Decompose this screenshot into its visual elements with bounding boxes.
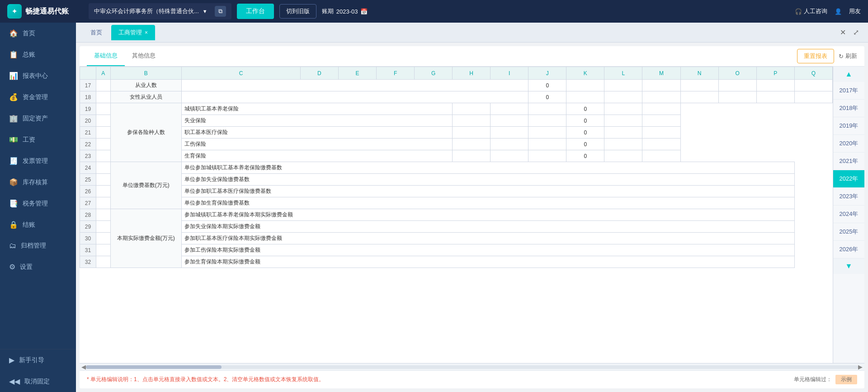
spreadsheet-main[interactable]: A B C D E F G H I J K L xyxy=(80,67,833,363)
reset-report-button[interactable]: 重置报表 xyxy=(797,49,834,63)
cell-20-o[interactable]: 0 xyxy=(566,115,604,127)
sidebar-item-invoice[interactable]: 🧾 发票管理 xyxy=(0,150,76,172)
cell-30-c[interactable]: 参加职工基本医疗保险本期实际缴费金额 xyxy=(182,233,795,244)
sidebar-item-inventory[interactable]: 📦 库存核算 xyxy=(0,172,76,193)
cell-23-o[interactable]: 0 xyxy=(566,150,604,162)
horizontal-scrollbar[interactable]: ◀ ▶ xyxy=(80,363,864,370)
cell-18-a[interactable] xyxy=(96,91,111,103)
user-consult[interactable]: 🎧 人工咨询 xyxy=(795,7,827,15)
cell-22-c[interactable]: 工伤保险 xyxy=(182,139,453,150)
col-header-n[interactable]: N xyxy=(680,67,718,80)
cell[interactable] xyxy=(718,91,756,103)
scroll-thumb[interactable] xyxy=(86,365,222,369)
cell-19-c[interactable]: 城镇职工基本养老保险 xyxy=(182,103,453,115)
cell[interactable] xyxy=(794,80,832,91)
sidebar-item-ledger[interactable]: 📋 总账 xyxy=(0,44,76,65)
cell[interactable] xyxy=(491,103,528,115)
cell-18-c[interactable] xyxy=(182,91,528,103)
col-header-p[interactable]: P xyxy=(756,67,794,80)
year-item-2024[interactable]: 2024年 xyxy=(833,206,864,223)
cell-24-c[interactable]: 单位参加城镇职工基本养老保险缴费基数 xyxy=(182,162,795,174)
refresh-button[interactable]: ↻ 刷新 xyxy=(839,52,857,60)
sidebar-item-finance[interactable]: 💰 资金管理 xyxy=(0,86,76,108)
cell-17-c[interactable] xyxy=(182,80,528,91)
cell-19-o[interactable]: 0 xyxy=(566,103,604,115)
scroll-track[interactable] xyxy=(86,365,858,369)
cell[interactable] xyxy=(756,91,794,103)
col-header-e[interactable]: E xyxy=(338,67,376,80)
col-header-h[interactable]: H xyxy=(453,67,491,80)
cell-28-a[interactable] xyxy=(96,209,111,221)
col-header-d[interactable]: D xyxy=(300,67,338,80)
year-nav-down-button[interactable]: ▼ xyxy=(833,258,864,274)
switch-version-button[interactable]: 切到旧版 xyxy=(279,4,316,19)
cell-24-a[interactable] xyxy=(96,162,111,174)
year-item-2022[interactable]: 2022年 xyxy=(833,170,864,188)
cell[interactable] xyxy=(491,139,528,150)
col-header-k[interactable]: K xyxy=(566,67,604,80)
workbench-button[interactable]: 工作台 xyxy=(237,4,274,19)
expand-window-button[interactable]: ⤢ xyxy=(851,26,861,38)
col-header-o[interactable]: O xyxy=(718,67,756,80)
col-header-f[interactable]: F xyxy=(377,67,415,80)
cell[interactable] xyxy=(794,91,832,103)
cell[interactable] xyxy=(528,103,566,115)
col-header-l[interactable]: L xyxy=(604,67,642,80)
calendar-icon[interactable]: 📅 xyxy=(360,8,368,15)
close-window-button[interactable]: ✕ xyxy=(838,26,848,38)
cell[interactable] xyxy=(528,150,566,162)
year-item-2017[interactable]: 2017年 xyxy=(833,82,864,100)
col-header-j[interactable]: J xyxy=(528,67,566,80)
sidebar-item-close[interactable]: 🔒 结账 xyxy=(0,214,76,235)
cell[interactable] xyxy=(491,115,528,127)
cell[interactable] xyxy=(642,150,680,162)
cell-31-a[interactable] xyxy=(96,244,111,256)
cell-19-a[interactable] xyxy=(96,103,111,115)
cell[interactable] xyxy=(642,115,680,127)
cell-26-c[interactable]: 单位参加职工基本医疗保险缴费基数 xyxy=(182,186,795,197)
cell-29-a[interactable] xyxy=(96,221,111,233)
cell-25-a[interactable] xyxy=(96,174,111,186)
col-header-c[interactable]: C xyxy=(182,67,301,80)
cell[interactable] xyxy=(604,139,642,150)
sidebar-item-tax[interactable]: 📑 税务管理 xyxy=(0,193,76,214)
year-item-2026[interactable]: 2026年 xyxy=(833,241,864,258)
tab-home[interactable]: 首页 xyxy=(83,25,109,40)
scroll-left-arrow[interactable]: ◀ xyxy=(81,363,86,370)
sub-tab-basic-info[interactable]: 基础信息 xyxy=(87,46,125,66)
cell-25-c[interactable]: 单位参加失业保险缴费基数 xyxy=(182,174,795,186)
cell[interactable] xyxy=(604,115,642,127)
cell[interactable] xyxy=(528,115,566,127)
scroll-right-arrow[interactable]: ▶ xyxy=(858,363,863,370)
cell-20-a[interactable] xyxy=(96,115,111,127)
cell-26-a[interactable] xyxy=(96,186,111,197)
cell[interactable] xyxy=(604,127,642,139)
cell-19-b[interactable]: 参保各险种人数 xyxy=(110,103,182,162)
cell-31-c[interactable]: 参加工伤保险本期实际缴费金额 xyxy=(182,244,795,256)
cell-23-c[interactable]: 生育保险 xyxy=(182,150,453,162)
cell[interactable] xyxy=(528,127,566,139)
chevron-down-icon[interactable]: ▼ xyxy=(203,9,208,14)
cell-27-a[interactable] xyxy=(96,197,111,209)
cell[interactable] xyxy=(453,139,491,150)
sidebar-item-new-user[interactable]: ▶ 新手引导 xyxy=(0,349,76,371)
cell-21-c[interactable]: 职工基本医疗保险 xyxy=(182,127,453,139)
year-item-2020[interactable]: 2020年 xyxy=(833,135,864,153)
cell-32-a[interactable] xyxy=(96,256,111,268)
col-header-b[interactable]: B xyxy=(110,67,182,80)
cell-32-c[interactable]: 参加生育保险本期实际缴费金额 xyxy=(182,256,795,268)
cell-23-a[interactable] xyxy=(96,150,111,162)
cell-28-c[interactable]: 参加城镇职工基本养老保险本期实际缴费金额 xyxy=(182,209,795,221)
cell[interactable] xyxy=(528,139,566,150)
cell[interactable] xyxy=(642,91,680,103)
cell[interactable] xyxy=(453,150,491,162)
tab-business[interactable]: 工商管理 × xyxy=(111,25,155,40)
cell-27-c[interactable]: 单位参加生育保险缴费基数 xyxy=(182,197,795,209)
col-header-a[interactable]: A xyxy=(96,67,111,80)
col-header-i[interactable]: I xyxy=(491,67,528,80)
col-header-g[interactable]: G xyxy=(415,67,453,80)
cell[interactable] xyxy=(642,103,680,115)
col-header-q[interactable]: Q xyxy=(794,67,832,80)
year-nav-up-button[interactable]: ▲ xyxy=(833,67,864,82)
cell-18-k[interactable]: 0 xyxy=(528,91,566,103)
